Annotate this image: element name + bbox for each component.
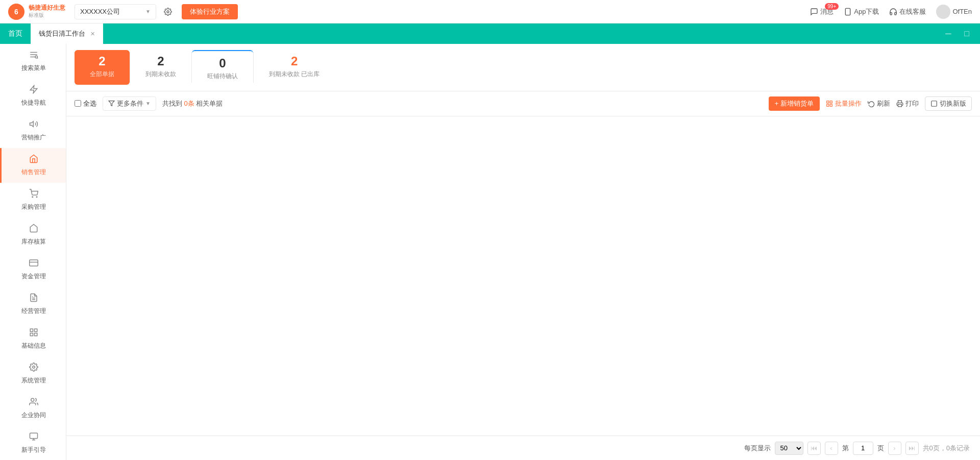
basic-info-icon xyxy=(29,328,38,340)
summary-card-all-label: 全部单据 xyxy=(90,70,114,79)
tab-home-label: 首页 xyxy=(8,29,22,38)
logo-text-area: 畅捷通好生意 标准版 xyxy=(29,4,65,18)
svg-rect-1 xyxy=(846,8,850,15)
print-label: 打印 xyxy=(905,99,919,108)
svg-marker-28 xyxy=(109,101,114,106)
select-all-input[interactable] xyxy=(75,100,81,107)
add-order-button[interactable]: + 新增销货单 xyxy=(769,96,820,111)
summary-card-pending[interactable]: 0 旺铺待确认 xyxy=(192,50,253,85)
cooperation-icon xyxy=(29,397,38,409)
refresh-button[interactable]: 刷新 xyxy=(868,99,890,108)
tab-qhrc-label: 钱货日清工作台 xyxy=(39,29,85,38)
sidebar-item-sales-label: 销售管理 xyxy=(21,168,46,177)
summary-cards: 2 全部单据 2 到期未收款 0 旺铺待确认 2 到期未收款 已出库 xyxy=(66,44,980,91)
svg-rect-31 xyxy=(830,104,832,106)
page-size-select[interactable]: 20 50 100 xyxy=(775,442,803,455)
tab-maximize-button[interactable]: □ xyxy=(960,27,974,41)
sidebar-item-operations[interactable]: 经营管理 xyxy=(0,287,66,322)
tab-home[interactable]: 首页 xyxy=(0,23,31,44)
svg-rect-16 xyxy=(30,329,33,331)
page-next-button[interactable]: › xyxy=(888,442,901,455)
page-label-end: 页 xyxy=(877,444,884,453)
batch-operation-button[interactable]: 批量操作 xyxy=(826,99,862,108)
sidebar-item-purchase[interactable]: 采购管理 xyxy=(0,183,66,217)
trial-button[interactable]: 体验行业方案 xyxy=(182,4,238,19)
refresh-label: 刷新 xyxy=(877,99,890,108)
svg-rect-33 xyxy=(898,104,902,107)
settings-button[interactable] xyxy=(160,4,176,19)
tab-bar-actions: ─ □ xyxy=(941,27,980,41)
select-all-label: 全选 xyxy=(83,99,96,108)
summary-card-pending-label: 旺铺待确认 xyxy=(207,72,238,81)
sidebar-item-purchase-label: 采购管理 xyxy=(21,203,46,211)
select-all-checkbox[interactable]: 全选 xyxy=(75,99,96,108)
tab-close-icon[interactable]: ✕ xyxy=(90,31,95,37)
summary-card-shipped[interactable]: 2 到期未收款 已出库 xyxy=(254,50,335,85)
page-size-label: 每页显示 xyxy=(744,444,771,453)
user-avatar xyxy=(936,5,950,19)
sidebar-item-cooperation[interactable]: 企业协同 xyxy=(0,391,66,426)
pagination-bar: 每页显示 20 50 100 ⏮ ‹ 第 页 › ⏭ 共0页，0条记录 xyxy=(66,435,980,460)
logo-title: 畅捷通好生意 xyxy=(29,4,65,11)
capital-icon xyxy=(29,258,38,270)
online-service-label: 在线客服 xyxy=(899,7,926,16)
batch-icon xyxy=(826,100,833,107)
tab-bar: 首页 钱货日清工作台 ✕ ─ □ xyxy=(0,23,980,44)
switch-version-button[interactable]: 切换新版 xyxy=(925,96,972,111)
inventory-icon xyxy=(29,224,38,235)
tab-qhrc[interactable]: 钱货日清工作台 ✕ xyxy=(31,23,103,44)
page-last-button[interactable]: ⏭ xyxy=(905,442,919,455)
found-text: 共找到 0条 相关单据 xyxy=(162,99,223,108)
tab-minimize-button[interactable]: ─ xyxy=(941,27,955,41)
sidebar-item-operations-label: 经营管理 xyxy=(21,307,46,316)
svg-rect-32 xyxy=(827,104,829,106)
total-info: 共0页，0条记录 xyxy=(923,444,970,453)
company-selector[interactable]: XXXXXX公司 ▼ xyxy=(75,4,156,19)
page-prev-button[interactable]: ‹ xyxy=(825,442,838,455)
svg-rect-30 xyxy=(830,101,832,103)
user-name: OfTEn xyxy=(952,8,972,15)
sidebar-item-marketing[interactable]: 营销推广 xyxy=(0,113,66,148)
messages-badge: 99+ xyxy=(825,3,839,10)
app-download-item[interactable]: App下载 xyxy=(844,7,879,16)
switch-icon xyxy=(930,100,938,107)
svg-rect-29 xyxy=(827,101,829,103)
sidebar-item-basic-info-label: 基础信息 xyxy=(21,342,46,350)
svg-rect-19 xyxy=(30,333,33,336)
page-label: 第 xyxy=(842,444,849,453)
summary-card-pending-num: 0 xyxy=(219,56,226,71)
sidebar-item-system[interactable]: 系统管理 xyxy=(0,356,66,391)
summary-card-shipped-label: 到期未收款 已出库 xyxy=(269,70,320,79)
sidebar-item-quick-nav[interactable]: 快捷导航 xyxy=(0,79,66,113)
toolbar: 全选 更多条件 ▼ 共找到 0条 相关单据 + 新增销货单 xyxy=(66,91,980,116)
svg-rect-17 xyxy=(35,329,37,331)
top-right-area: 消息 99+ App下载 在线客服 OfTEn xyxy=(810,5,972,19)
filter-label: 更多条件 xyxy=(117,99,143,108)
online-service-item[interactable]: 在线客服 xyxy=(889,7,926,16)
sidebar-item-guide[interactable]: 新手引导 xyxy=(0,426,66,460)
messages-item[interactable]: 消息 99+ xyxy=(810,7,834,16)
search-menu-icon xyxy=(29,50,38,62)
filter-button[interactable]: 更多条件 ▼ xyxy=(103,96,156,111)
sidebar-item-search-menu[interactable]: 搜索菜单 xyxy=(0,44,66,79)
top-bar: 6 畅捷通好生意 标准版 XXXXXX公司 ▼ 体验行业方案 消息 99+ Ap… xyxy=(0,0,980,23)
summary-card-all[interactable]: 2 全部单据 xyxy=(75,50,130,85)
found-suffix: 相关单据 xyxy=(196,100,223,107)
page-input[interactable] xyxy=(853,442,873,455)
svg-rect-34 xyxy=(932,101,937,107)
sidebar-item-basic-info[interactable]: 基础信息 xyxy=(0,322,66,356)
sales-icon xyxy=(29,154,38,166)
logo-icon: 6 xyxy=(8,4,24,20)
print-button[interactable]: 打印 xyxy=(896,99,919,108)
sidebar-item-inventory[interactable]: 库存核算 xyxy=(0,217,66,252)
page-first-button[interactable]: ⏮ xyxy=(807,442,821,455)
user-avatar-area[interactable]: OfTEn xyxy=(936,5,972,19)
svg-point-11 xyxy=(36,197,37,198)
sidebar-item-sales[interactable]: 销售管理 xyxy=(0,148,66,183)
summary-card-overdue[interactable]: 2 到期未收款 xyxy=(130,50,191,85)
app-download-label: App下载 xyxy=(854,7,879,16)
svg-point-10 xyxy=(32,197,33,198)
guide-icon xyxy=(29,432,38,444)
sidebar-item-capital[interactable]: 资金管理 xyxy=(0,252,66,287)
found-prefix: 共找到 xyxy=(162,100,182,107)
